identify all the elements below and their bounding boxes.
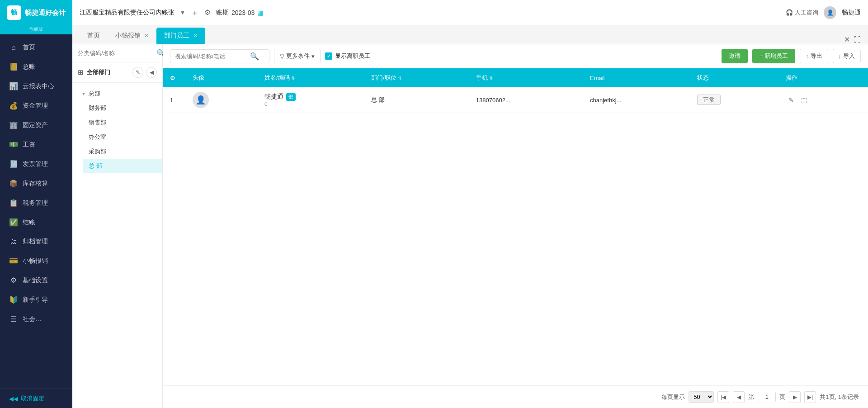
col-phone[interactable]: 手机 ⇅ [469,68,583,87]
dept-header: ⊞ 全部部门 ✎ ◀ [72,62,162,83]
tax-icon: 📋 [9,199,18,207]
app-title: 畅捷通好会计 [25,9,66,17]
col-name[interactable]: 姓名/编码 ⇅ [257,68,364,87]
dept-tree: ▼ 总部 财务部 销售部 办公室 采购部 [72,83,162,408]
sidebar-item-settings[interactable]: ⚙ 基础设置 [0,270,72,290]
employee-search-input[interactable] [175,53,247,60]
employee-search-icon[interactable]: 🔍 [250,52,259,61]
assets-icon: 🏢 [9,121,18,129]
sidebar-item-home[interactable]: ⌂ 首页 [0,38,72,57]
next-page-button[interactable]: ▶ [789,391,801,403]
logout-employee-button[interactable]: ⬚ [798,95,810,105]
filter-label: 更多条件 [286,52,310,60]
per-page-select[interactable]: 50 10 20 100 [689,391,714,403]
dept-node-finance[interactable]: 财务部 [83,101,162,115]
tab-expense[interactable]: 小畅报销 ✕ [108,28,156,44]
service-button[interactable]: 🎧 人工咨询 [786,9,818,17]
more-filter-button[interactable]: ▽ 更多条件 ▾ [274,49,321,63]
col-settings[interactable]: ⚙ [163,68,185,87]
prev-page-button[interactable]: ◀ [733,391,745,403]
company-name[interactable]: 江西服宝精品有限责任公司内账张 [80,9,175,17]
tab-actions: ✕ ⛶ [840,35,861,44]
tab-department[interactable]: 部门员工 ✕ [156,28,205,44]
logo-area: 畅 畅捷通好会计 [0,0,72,25]
dept-node-label: 总 部 [89,162,102,170]
dept-node-headquarters[interactable]: ▼ 总部 [72,86,162,101]
calendar-icon[interactable]: ▦ [257,9,263,16]
sidebar-item-label: 小畅报销 [23,257,48,265]
employee-name: 畅捷通 部 [264,93,357,101]
sidebar-item-reports[interactable]: 📊 云报表中心 [0,76,72,96]
dept-node-label: 总部 [89,90,100,98]
tabbar: 首页 小畅报销 ✕ 部门员工 ✕ ✕ ⛶ [72,25,868,44]
dept-grid-icon: ⊞ [78,69,83,76]
sidebar-item-label: 发票管理 [23,160,48,168]
last-page-button[interactable]: ▶| [804,391,816,403]
sidebar-item-label: 工资 [23,141,35,149]
inventory-icon: 📦 [9,179,18,188]
sort-phone-icon: ⇅ [489,76,493,81]
dept-collapse-button[interactable]: ◀ [146,67,157,78]
show-resigned-toggle[interactable]: ✓ 显示离职员工 [325,52,370,60]
first-page-button[interactable]: |◀ [717,391,729,403]
sidebar-item-invoice[interactable]: 🧾 发票管理 [0,154,72,174]
all-dept-label: 全部部门 [87,68,110,76]
add-employee-button[interactable]: + 新增员工 [752,49,795,63]
settings-gear-icon[interactable]: ⚙ [204,8,211,17]
sidebar-item-checkout[interactable]: ✅ 结账 [0,213,72,232]
unpin-button[interactable]: ◀◀ 取消固定 [0,389,72,408]
col-dept-label: 部门/职位 [371,74,396,81]
tab-expense-label: 小畅报销 [115,32,141,40]
dept-search-input[interactable] [78,50,154,57]
sidebar-item-inventory[interactable]: 📦 库存核算 [0,174,72,193]
dept-node-sales[interactable]: 销售部 [83,115,162,130]
sidebar-item-salary[interactable]: 💵 工资 [0,135,72,154]
dept-node-label: 财务部 [89,104,106,112]
invoice-icon: 🧾 [9,160,18,168]
col-dept[interactable]: 部门/职位 ⇅ [364,68,469,87]
employee-table: ⚙ 头像 姓名/编码 ⇅ 部门/职位 ⇅ 手机 [163,68,868,113]
home-icon: ⌂ [9,43,18,52]
sidebar-item-guide[interactable]: 🔰 新手引导 [0,290,72,309]
export-button[interactable]: ↑ 导出 [800,49,828,63]
dept-node-label: 办公室 [89,133,106,141]
tab-department-close[interactable]: ✕ [193,33,198,39]
invite-button[interactable]: 邀请 [722,49,748,63]
sidebar-item-archive[interactable]: 🗂 归档管理 [0,232,72,251]
tab-close-all-icon[interactable]: ✕ [844,35,850,44]
sidebar-item-assets[interactable]: 🏢 固定资产 [0,115,72,135]
export-label: 导出 [811,52,822,60]
edit-employee-button[interactable]: ✎ [786,95,797,105]
add-company-button[interactable]: ＋ [191,7,199,18]
dept-children: 财务部 销售部 办公室 采购部 总 部 [72,101,162,173]
tab-expand-icon[interactable]: ⛶ [854,36,861,44]
sidebar-item-more[interactable]: ☰ 社会… [0,309,72,329]
filter-arrow-icon: ▾ [311,53,315,60]
dept-node-purchase[interactable]: 采购部 [83,144,162,159]
funds-icon: 💰 [9,101,18,110]
tab-home[interactable]: 首页 [80,28,108,44]
sidebar-item-tax[interactable]: 📋 税务管理 [0,193,72,213]
dept-edit-button[interactable]: ✎ [132,67,143,78]
sidebar-item-expense[interactable]: 💳 小畅报销 [0,251,72,270]
resigned-checkbox[interactable]: ✓ [325,52,332,60]
table-row: 1 👤 畅捷通 部 0 总 部 138070602... chanjethkj.… [163,87,868,113]
department-panel: 🔍 ⊞ 全部部门 ✎ ◀ ▼ 总部 财务部 [72,44,163,408]
page-number-input[interactable] [758,392,776,402]
company-dropdown-icon[interactable]: ▼ [180,9,185,16]
dept-node-general[interactable]: 总 部 [83,159,162,173]
tab-expense-close[interactable]: ✕ [144,33,149,39]
dept-node-office[interactable]: 办公室 [83,130,162,144]
period-label: 账期 [216,9,229,17]
topbar: 江西服宝精品有限责任公司内账张 ▼ ＋ ⚙ 账期 2023-03 ▦ 🎧 人工咨… [72,0,868,25]
period-info: 账期 2023-03 ▦ [216,9,263,17]
col-phone-label: 手机 [476,74,488,81]
sidebar-item-funds[interactable]: 💰 资金管理 [0,96,72,115]
sidebar-item-label: 资金管理 [23,102,48,110]
dept-node-label: 销售部 [89,119,106,127]
employee-table-container: ⚙ 头像 姓名/编码 ⇅ 部门/职位 ⇅ 手机 [163,68,868,385]
sidebar-item-ledger[interactable]: 📒 总账 [0,57,72,76]
import-button[interactable]: ↓ 导入 [833,49,861,63]
total-records: 共1页, 1条记录 [820,393,859,401]
ledger-icon: 📒 [9,62,18,71]
